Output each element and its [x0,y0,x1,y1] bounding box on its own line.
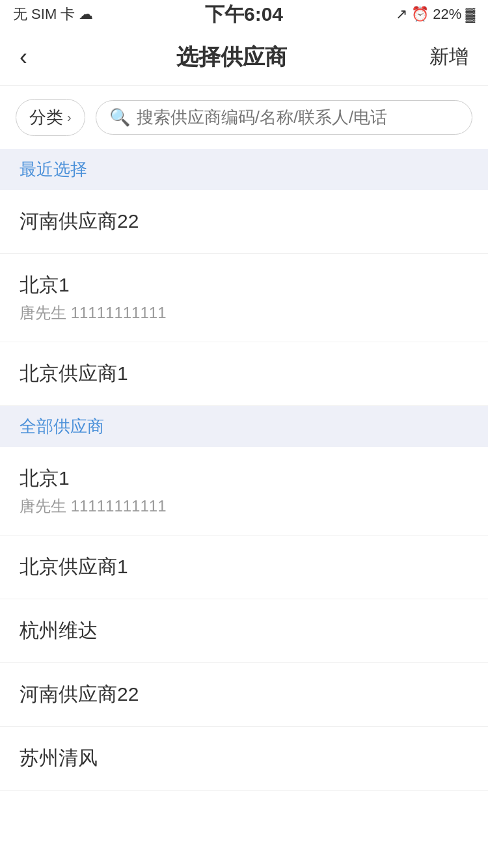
supplier-contact: 唐先生 11111111111 [20,303,468,323]
status-time: 下午6:04 [205,1,283,28]
location-icon: ↗ [396,6,407,23]
page-title: 选择供应商 [176,42,287,72]
search-icon: 🔍 [109,107,130,128]
supplier-name: 北京1 [20,465,468,492]
list-item[interactable]: 北京1 唐先生 11111111111 [0,254,488,342]
alarm-icon: ⏰ [411,6,429,23]
back-button[interactable]: ‹ [20,37,34,77]
recent-section-label: 最近选择 [20,159,87,179]
search-input[interactable] [137,107,459,128]
filter-bar: 分类 › 🔍 [0,86,488,149]
list-item[interactable]: 杭州维达 [0,599,488,663]
list-item[interactable]: 北京供应商1 [0,342,488,406]
category-button[interactable]: 分类 › [16,99,85,136]
recent-items-list: 河南供应商22 北京1 唐先生 11111111111 北京供应商1 [0,190,488,406]
status-left: 无 SIM 卡 ☁ [13,5,93,24]
supplier-contact: 唐先生 11111111111 [20,496,468,517]
recent-section-header: 最近选择 [0,149,488,190]
all-items-list: 北京1 唐先生 11111111111 北京供应商1 杭州维达 河南供应商22 … [0,447,488,791]
supplier-name: 河南供应商22 [20,681,468,708]
supplier-name: 北京供应商1 [20,360,468,387]
add-button[interactable]: 新增 [429,44,468,70]
supplier-name: 北京1 [20,272,468,299]
category-label: 分类 [29,106,63,129]
battery-label: 22% [433,6,461,23]
list-item[interactable]: 北京1 唐先生 11111111111 [0,447,488,536]
nav-bar: ‹ 选择供应商 新增 [0,29,488,86]
list-item[interactable]: 河南供应商22 [0,663,488,727]
list-item[interactable]: 河南供应商22 [0,190,488,254]
supplier-name: 河南供应商22 [20,208,468,235]
supplier-name: 苏州清风 [20,745,468,772]
list-item[interactable]: 苏州清风 [0,727,488,791]
no-sim-label: 无 SIM 卡 ☁ [13,5,93,24]
chevron-right-icon: › [67,110,72,125]
supplier-name: 杭州维达 [20,617,468,644]
all-section-header: 全部供应商 [0,406,488,447]
status-right: ↗ ⏰ 22% ▓ [396,6,475,23]
all-section-label: 全部供应商 [20,416,104,436]
battery-icon: ▓ [465,7,475,22]
status-bar: 无 SIM 卡 ☁ 下午6:04 ↗ ⏰ 22% ▓ [0,0,488,29]
search-box[interactable]: 🔍 [96,100,472,135]
list-item[interactable]: 北京供应商1 [0,536,488,599]
supplier-name: 北京供应商1 [20,554,468,580]
